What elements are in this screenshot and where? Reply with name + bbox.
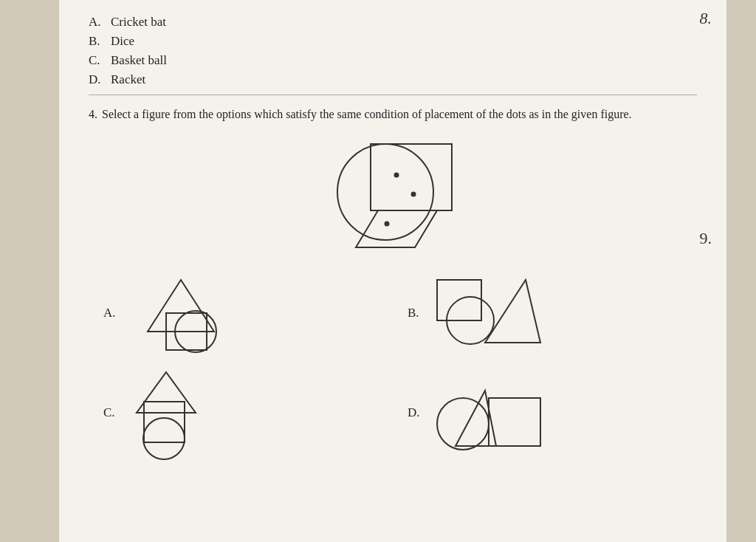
svg-marker-2 bbox=[356, 210, 437, 247]
answer-option-a: A. bbox=[103, 272, 378, 354]
option-d: D. Racket bbox=[89, 72, 697, 87]
svg-marker-11 bbox=[485, 280, 540, 343]
question-number-8: 8. bbox=[700, 9, 712, 28]
answer-b-label: B. bbox=[408, 306, 422, 320]
svg-rect-13 bbox=[144, 402, 185, 442]
page: 8. A. Cricket bat B. Dice C. Basket ball… bbox=[59, 0, 726, 542]
question-4-section: 4.Select a figure from the options which… bbox=[89, 106, 697, 457]
options-section: A. Cricket bat B. Dice C. Basket ball D.… bbox=[89, 7, 697, 87]
option-b-label: B. bbox=[89, 34, 111, 49]
svg-point-15 bbox=[437, 398, 489, 450]
svg-point-14 bbox=[143, 418, 185, 459]
answer-option-b: B. bbox=[408, 272, 682, 354]
option-a-label: A. bbox=[89, 15, 111, 30]
answer-c-svg bbox=[126, 368, 214, 457]
answer-d-label: D. bbox=[408, 405, 422, 420]
answer-option-d: D. bbox=[408, 368, 682, 457]
option-d-text: Racket bbox=[111, 72, 145, 87]
option-a-text: Cricket bat bbox=[111, 15, 166, 30]
reference-figure bbox=[89, 137, 697, 255]
option-c-text: Basket ball bbox=[111, 53, 167, 68]
question-4-body: Select a figure from the options which s… bbox=[102, 108, 632, 120]
svg-point-5 bbox=[385, 222, 390, 227]
question-4-number: 4. bbox=[89, 108, 97, 120]
answer-b-svg bbox=[430, 272, 548, 354]
option-b-text: Dice bbox=[111, 34, 134, 49]
option-b: B. Dice bbox=[89, 34, 697, 49]
answer-a-label: A. bbox=[103, 306, 118, 320]
svg-marker-16 bbox=[456, 391, 496, 446]
svg-marker-12 bbox=[137, 372, 196, 413]
answer-a-svg bbox=[126, 272, 236, 354]
question-number-9: 9. bbox=[700, 229, 712, 248]
answer-option-c: C. bbox=[103, 368, 378, 457]
answer-c-label: C. bbox=[103, 405, 118, 420]
option-a: A. Cricket bat bbox=[89, 15, 697, 30]
option-c-label: C. bbox=[89, 53, 111, 68]
reference-svg bbox=[319, 137, 467, 255]
svg-rect-0 bbox=[371, 144, 452, 210]
svg-point-3 bbox=[394, 173, 399, 178]
answer-d-svg bbox=[430, 376, 548, 450]
svg-point-4 bbox=[411, 192, 416, 197]
question-4-text: 4.Select a figure from the options which… bbox=[89, 106, 697, 123]
option-c: C. Basket ball bbox=[89, 53, 697, 68]
svg-marker-6 bbox=[148, 280, 214, 332]
answer-options-grid: A. B. bbox=[89, 272, 697, 457]
option-d-label: D. bbox=[89, 72, 111, 87]
section-divider bbox=[89, 95, 697, 95]
svg-rect-17 bbox=[489, 398, 540, 446]
